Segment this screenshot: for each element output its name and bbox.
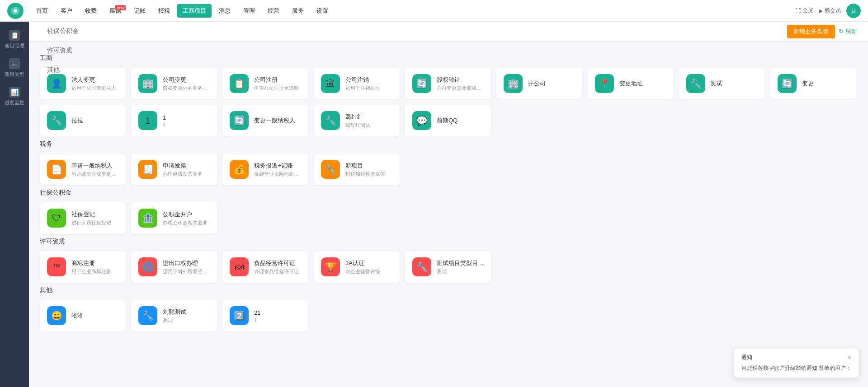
nav-item-首页[interactable]: 首页 [31, 4, 53, 18]
card-text: 商标注册 用于企业商标注册服务 [71, 259, 118, 275]
service-card-公司变更[interactable]: 🏢 公司变更 股权变更外的业务变更 [131, 68, 217, 99]
service-card-测试[interactable]: 🔧 测试 [679, 68, 765, 99]
tab-社保公积金[interactable]: 社保公积金 [40, 22, 86, 42]
fullscreen-button[interactable]: ⛶ 全屏 [795, 7, 813, 14]
service-card-公司注销[interactable]: 🏛 公司注销 适用于注销公司 [314, 68, 400, 99]
service-card-公司注册[interactable]: 📋 公司注册 申请公司注册全流程 [222, 68, 308, 99]
service-card-新项目[interactable]: 🔧 新项目 报税加税控盘保管 [314, 154, 400, 185]
service-card-社保登记[interactable]: 🛡 社保登记 进行人员社保登记 [40, 202, 126, 234]
card-title: 申请发票 [163, 162, 210, 170]
card-icon: 🧾 [138, 160, 157, 179]
service-card-食品经营许可证[interactable]: 🍽 食品经营许可证 办理食品经营许可证 [222, 251, 308, 283]
service-card-哈哈[interactable]: 😄 哈哈 [40, 300, 126, 331]
service-card-申请一般纳税人[interactable]: 📄 申请一般纳税人 当月或次月成变更完成 [40, 154, 126, 185]
card-text: 葛红红 葛红红测试 [345, 113, 392, 129]
section-工商: 工商 👤 法人变更 适用于公司变更法人 🏢 公司变更 股权变更外的业务变更 📋 … [40, 54, 857, 136]
card-icon: 🔄 [778, 74, 797, 93]
section-社保公积金: 社保公积金 🛡 社保登记 进行人员社保登记 🏦 公积金开户 办理公积金相关业务 [40, 189, 857, 234]
service-card-拉拉[interactable]: 🔧 拉拉 [40, 105, 126, 136]
card-title: 股权转让 [437, 76, 484, 84]
service-card-21[interactable]: 2️⃣ 21 1 [222, 300, 308, 331]
card-title: 税务报道+记账 [254, 162, 301, 170]
service-card-进出口权办理[interactable]: 🌐 进出口权办理 适用于对外贸易经营者 [131, 251, 217, 283]
card-icon: 📍 [595, 74, 614, 93]
card-text: 哈哈 [71, 312, 118, 320]
nav-item-管理[interactable]: 管理 [238, 4, 260, 18]
nav-item-记账[interactable]: 记账 [128, 4, 151, 18]
service-card-前期QQ[interactable]: 💬 前期QQ [405, 105, 491, 136]
card-icon: 🛡 [47, 209, 66, 228]
service-card-变更一般纳税人[interactable]: 🔄 变更一般纳税人 [222, 105, 308, 136]
card-desc: 股权变更外的业务变更 [163, 85, 210, 92]
nav-item-消息[interactable]: 消息 [213, 4, 236, 18]
nav-item-收费[interactable]: 收费 [80, 4, 102, 18]
card-title: 刘聪测试 [163, 308, 210, 316]
sidebar-item-项目类型[interactable]: 🏷 项目类型 [0, 54, 29, 82]
card-desc: 1 [163, 122, 210, 127]
cards-grid: 🛡 社保登记 进行人员社保登记 🏦 公积金开户 办理公积金相关业务 [40, 202, 857, 234]
card-desc: 葛红红测试 [345, 122, 392, 129]
card-icon: 📋 [230, 74, 249, 93]
nav-item-报税[interactable]: 报税 [153, 4, 175, 18]
tab-其他[interactable]: 其他 [40, 61, 86, 80]
service-card-公积金开户[interactable]: 🏦 公积金开户 办理公积金相关业务 [131, 202, 217, 234]
section-title: 税务 [40, 140, 857, 148]
content-area: 工商 👤 法人变更 适用于公司变更法人 🏢 公司变更 股权变更外的业务变更 📋 … [29, 42, 868, 344]
sidebar-icon: 📋 [9, 30, 20, 41]
service-card-3A认证[interactable]: 🏆 3A认证 对企业信誉评级 [314, 251, 400, 283]
card-icon: 🍽 [230, 257, 249, 276]
service-card-税务报道+记账[interactable]: 💰 税务报道+记账 拿到营业执照的新公司 [222, 154, 308, 185]
card-text: 进出口权办理 适用于对外贸易经营者 [163, 259, 210, 275]
nav-item-经营[interactable]: 经营 [262, 4, 285, 18]
nav-item-票据[interactable]: 票据new [104, 4, 127, 18]
card-title: 3A认证 [345, 259, 392, 267]
user-avatar[interactable]: U [846, 4, 861, 18]
sidebar-item-进度监控[interactable]: 📊 进度监控 [0, 82, 29, 111]
card-desc: 适用于注销公司 [345, 85, 392, 92]
nav-item-服务[interactable]: 服务 [287, 4, 309, 18]
service-card-刘聪测试[interactable]: 🔧 刘聪测试 测试 [131, 300, 217, 331]
tab-许可资质[interactable]: 许可资质 [40, 41, 86, 61]
card-title: 葛红红 [345, 113, 392, 121]
sidebar-icon: 📊 [9, 87, 20, 98]
notification-close-button[interactable]: × [848, 354, 851, 361]
sidebar-item-项目管理[interactable]: 📋 项目管理 [0, 25, 29, 54]
card-icon: 📄 [47, 160, 66, 179]
card-desc: 拿到营业执照的新公司 [254, 171, 301, 177]
refresh-button[interactable]: ↻ 刷新 [839, 28, 857, 36]
service-card-变更地址[interactable]: 📍 变更地址 [588, 68, 674, 99]
card-title: 公司注册 [254, 76, 301, 84]
service-card-商标注册[interactable]: ™ 商标注册 用于企业商标注册服务 [40, 251, 126, 283]
card-icon: 🔧 [138, 306, 157, 325]
nav-item-设置[interactable]: 设置 [311, 4, 334, 18]
service-card-葛红红[interactable]: 🔧 葛红红 葛红红测试 [314, 105, 400, 136]
section-许可资质: 许可资质 ™ 商标注册 用于企业商标注册服务 🌐 进出口权办理 适用于对外贸易经… [40, 238, 857, 283]
card-desc: 公司变更需要股权转让 [437, 85, 484, 92]
nav-item-客户[interactable]: 客户 [55, 4, 78, 18]
service-card-变更[interactable]: 🔄 变更 [770, 68, 856, 99]
service-card-1[interactable]: 1 1 1 [131, 105, 217, 136]
nav-item-工商项目[interactable]: 工商项目 [177, 4, 212, 18]
service-card-股权转让[interactable]: 🔄 股权转让 公司变更需要股权转让 [405, 68, 491, 99]
card-desc: 办理公积金相关业务 [163, 219, 210, 226]
notification-header: 通知 × [741, 354, 851, 361]
top-navigation: 首页客户收费票据new记账报税工商项目消息管理经营服务设置 ⛶ 全屏 ▶ 畅会员… [0, 0, 868, 22]
card-desc: 对企业信誉评级 [345, 268, 392, 275]
service-card-开公司[interactable]: 🏢 开公司 [496, 68, 582, 99]
card-icon: 🏢 [138, 74, 157, 93]
card-text: 开公司 [528, 79, 575, 88]
card-text: 1 1 [163, 114, 210, 127]
card-icon: ™ [47, 257, 66, 276]
card-text: 变更 [802, 79, 849, 88]
service-card-申请发票[interactable]: 🧾 申请发票 办理申请发票业务 [131, 154, 217, 185]
card-desc: 办理申请发票业务 [163, 171, 210, 177]
card-desc: 当月或次月成变更完成 [71, 171, 118, 177]
section-title: 工商 [40, 54, 857, 62]
card-title: 食品经营许可证 [254, 259, 301, 267]
service-card-测试项目类型目定义[interactable]: 🔧 测试项目类型目定义 测试 [405, 251, 491, 283]
card-title: 新项目 [345, 162, 392, 170]
vip-button[interactable]: ▶ 畅会员 [819, 7, 841, 14]
new-business-type-button[interactable]: 新增业务类型 [787, 25, 835, 38]
card-text: 食品经营许可证 办理食品经营许可证 [254, 259, 301, 275]
app-logo[interactable] [7, 3, 24, 19]
